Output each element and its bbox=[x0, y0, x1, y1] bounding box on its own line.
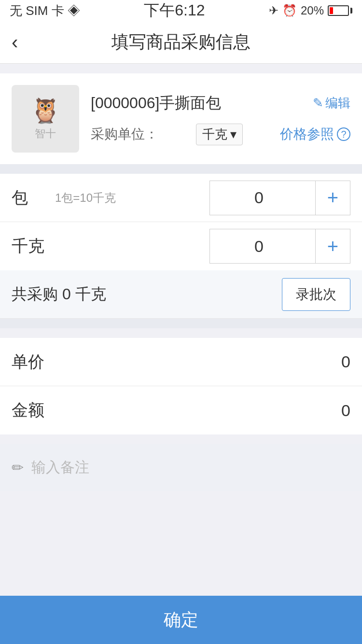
unit-price-value: 0 bbox=[341, 352, 350, 371]
unit-value: 千克 bbox=[202, 126, 227, 143]
bag-label: 包 bbox=[12, 187, 50, 209]
back-button[interactable]: ‹ bbox=[12, 31, 18, 53]
unit-price-label: 单价 bbox=[12, 351, 341, 373]
product-name-row: [0000006]手撕面包 ✎ 编辑 bbox=[91, 93, 350, 114]
unit-label: 采购单位： bbox=[91, 125, 158, 143]
pencil-icon: ✏ bbox=[12, 459, 24, 476]
bag-input-control: + bbox=[209, 181, 350, 215]
status-right: ✈ ⏰ 20% bbox=[269, 4, 352, 17]
kg-input-control: + bbox=[209, 229, 350, 264]
amount-row: 金额 0 bbox=[0, 386, 362, 434]
edit-button[interactable]: ✎ 编辑 bbox=[313, 95, 350, 112]
product-card: 🦉 智十 [0000006]手撕面包 ✎ 编辑 采购单位： 千克 ▾ 价格参照 … bbox=[0, 73, 362, 164]
kg-input-row: 千克 + bbox=[0, 222, 362, 270]
product-image: 🦉 智十 bbox=[12, 85, 79, 153]
kg-number-input[interactable] bbox=[209, 229, 316, 264]
total-amount-value: 0 bbox=[62, 285, 71, 303]
page-title: 填写商品采购信息 bbox=[111, 30, 251, 54]
price-section: 单价 0 金额 0 bbox=[0, 338, 362, 434]
bag-input-row: 包 1包=10千克 + bbox=[0, 174, 362, 222]
total-unit-value: 千克 bbox=[75, 285, 106, 303]
alarm-icon: ⏰ bbox=[282, 4, 297, 17]
bag-sub-label: 1包=10千克 bbox=[55, 190, 209, 206]
main-content: 🦉 智十 [0000006]手撕面包 ✎ 编辑 采购单位： 千克 ▾ 价格参照 … bbox=[0, 73, 362, 539]
price-ref-button[interactable]: 价格参照 ? bbox=[280, 125, 350, 143]
price-ref-label: 价格参照 bbox=[280, 125, 334, 143]
batch-button[interactable]: 录批次 bbox=[282, 278, 350, 311]
total-row: 共采购 0 千克 录批次 bbox=[0, 270, 362, 319]
edit-icon: ✎ bbox=[313, 96, 323, 111]
total-prefix: 共采购 bbox=[12, 285, 58, 303]
confirm-bar[interactable]: 确定 bbox=[0, 596, 362, 644]
amount-value: 0 bbox=[341, 401, 350, 420]
kg-label: 千克 bbox=[12, 235, 50, 257]
product-info: [0000006]手撕面包 ✎ 编辑 采购单位： 千克 ▾ 价格参照 ? bbox=[91, 93, 350, 145]
total-text: 共采购 0 千克 bbox=[12, 284, 282, 305]
nav-bar: ‹ 填写商品采购信息 bbox=[0, 21, 362, 64]
notes-placeholder: 输入备注 bbox=[31, 458, 89, 477]
section-separator-2 bbox=[0, 319, 362, 328]
input-section: 包 1包=10千克 + 千克 + bbox=[0, 174, 362, 270]
bag-number-input[interactable] bbox=[209, 181, 316, 215]
product-name: [0000006]手撕面包 bbox=[91, 93, 221, 114]
notes-section[interactable]: ✏ 输入备注 bbox=[0, 444, 362, 491]
section-separator-1 bbox=[0, 164, 362, 174]
chevron-down-icon: ▾ bbox=[230, 127, 237, 142]
unit-select[interactable]: 千克 ▾ bbox=[196, 124, 243, 145]
unit-price-row: 单价 0 bbox=[0, 338, 362, 386]
product-owl-icon: 🦉 bbox=[30, 97, 60, 125]
status-time: 下午6:12 bbox=[144, 0, 205, 21]
battery-icon bbox=[328, 5, 352, 16]
status-bar: 无 SIM 卡 ◈ 下午6:12 ✈ ⏰ 20% bbox=[0, 0, 362, 21]
kg-plus-button[interactable]: + bbox=[316, 229, 350, 264]
confirm-button[interactable]: 确定 bbox=[164, 608, 198, 632]
battery-percent: 20% bbox=[301, 4, 324, 17]
amount-label: 金额 bbox=[12, 399, 341, 421]
help-icon: ? bbox=[337, 127, 350, 141]
product-unit-row: 采购单位： 千克 ▾ 价格参照 ? bbox=[91, 124, 350, 145]
bag-plus-button[interactable]: + bbox=[316, 181, 350, 215]
product-image-label: 智十 bbox=[35, 126, 56, 141]
location-icon: ✈ bbox=[269, 4, 278, 17]
status-signal: 无 SIM 卡 ◈ bbox=[10, 2, 80, 19]
edit-label: 编辑 bbox=[325, 95, 350, 112]
